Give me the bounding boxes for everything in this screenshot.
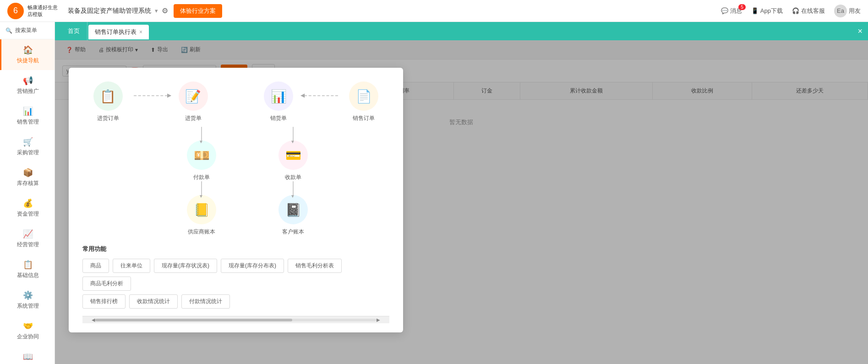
sidebar-item-marketing[interactable]: 📢 营销推广 <box>0 70 55 101</box>
avatar: Ea <box>834 5 847 17</box>
sales-icon: 📊 <box>264 81 293 111</box>
sales-order-label: 销售订单 <box>353 114 375 122</box>
top-header: 6 畅康通好生意店橙版 装备及固定资产辅助管理系统 ▾ ⚙ 体验行业方案 💬 消… <box>0 0 868 22</box>
sidebar-item-sales[interactable]: 📊 销售管理 <box>0 101 55 131</box>
func-buttons-row2: 销售排行榜 收款情况统计 付款情况统计 <box>82 294 389 309</box>
receipt-label: 收款单 <box>285 174 301 181</box>
download-icon: 📱 <box>751 7 759 14</box>
scroll-left-icon[interactable]: ◀ <box>92 317 95 322</box>
sidebar-item-inventory[interactable]: 📦 库存核算 <box>0 162 55 193</box>
search-menu[interactable]: 🔍 搜索菜单 <box>0 22 55 39</box>
func-btn-partners[interactable]: 往来单位 <box>113 259 150 273</box>
customer-ledger-icon: 📓 <box>278 195 308 224</box>
common-functions-title: 常用功能 <box>82 245 389 253</box>
func-btn-stock-status[interactable]: 现存量(库存状况表) <box>154 259 217 273</box>
message-icon: 💬 <box>721 7 728 14</box>
sidebar-item-operation[interactable]: 📈 经营管理 <box>0 223 55 254</box>
page-area: ❓ 帮助 🖨 按模板打印 ▾ ⬆ 导出 🔄 刷新 <box>55 40 868 364</box>
app-title-area: 装备及固定资产辅助管理系统 ▾ ⚙ <box>68 6 168 15</box>
main-content: 🔍 搜索菜单 🏠 快捷导航 📢 营销推广 📊 销售管理 🛒 采购管理 📦 <box>0 22 868 364</box>
func-btn-goods-profit[interactable]: 商品毛利分析 <box>82 277 131 291</box>
trial-button[interactable]: 体验行业方案 <box>174 4 222 18</box>
func-btn-goods[interactable]: 商品 <box>82 259 109 273</box>
receipt-icon: 💳 <box>278 141 308 170</box>
purchase-order-node[interactable]: 📋 进货订单 <box>82 81 134 122</box>
purchase-label: 进货单 <box>185 114 202 122</box>
payment-node[interactable]: 💴 付款单 <box>174 141 229 181</box>
sidebar-item-quick-nav[interactable]: 🏠 快捷导航 <box>0 39 55 70</box>
marketing-icon: 📢 <box>23 76 33 86</box>
app-download-button[interactable]: 📱 App下载 <box>751 7 783 15</box>
tab-close-icon[interactable]: × <box>139 29 142 35</box>
receipt-node[interactable]: 💳 收款单 <box>266 141 321 181</box>
sidebar-item-finance[interactable]: 💰 资金管理 <box>0 193 55 223</box>
supplier-ledger-node[interactable]: 📒 供应商账本 <box>174 195 229 236</box>
func-btn-receipt-stat[interactable]: 收款情况统计 <box>129 294 178 309</box>
collab-icon: 🤝 <box>23 321 33 331</box>
tab-bar-close-icon[interactable]: × <box>857 27 863 36</box>
func-btn-stock-dist[interactable]: 现存量(库存分布表) <box>221 259 284 273</box>
user-menu[interactable]: Ea 用友 <box>834 5 861 17</box>
purchase-node[interactable]: 📝 进货单 <box>168 81 219 122</box>
purchase-icon: 📝 <box>179 81 208 111</box>
system-icon: ⚙️ <box>23 290 33 300</box>
gear-icon[interactable]: ⚙ <box>162 6 168 15</box>
supplier-ledger-icon: 📒 <box>187 195 216 224</box>
chevron-down-icon[interactable]: ▾ <box>155 7 158 14</box>
quick-nav-popup: 📋 进货订单 ▶ <box>69 68 403 332</box>
supplier-ledger-label: 供应商账本 <box>188 228 215 236</box>
base-icon: 📋 <box>23 260 33 270</box>
message-badge: 5 <box>738 4 746 10</box>
sales-label: 销货单 <box>270 114 287 122</box>
app-title: 装备及固定资产辅助管理系统 <box>68 7 151 15</box>
finance-icon: 💰 <box>23 198 33 208</box>
home-icon: 🏠 <box>23 45 33 55</box>
logo-text: 畅康通好生意店橙版 <box>27 4 58 17</box>
sidebar-item-collab[interactable]: 🤝 企业协同 <box>0 315 55 346</box>
func-btn-sales-profit[interactable]: 销售毛利分析表 <box>288 259 342 273</box>
payment-icon: 💴 <box>187 141 216 170</box>
sales-order-node[interactable]: 📄 销售订单 <box>338 81 389 122</box>
tab-bar: 首页 销售订单执行表 × × <box>55 22 868 40</box>
func-btn-sales-rank[interactable]: 销售排行榜 <box>82 294 126 309</box>
purchase-icon: 🛒 <box>23 137 33 147</box>
operation-icon: 📈 <box>23 229 33 239</box>
logo-icon: 6 <box>7 3 24 19</box>
guide-icon: 📖 <box>23 352 33 362</box>
func-buttons-row1: 商品 往来单位 现存量(库存状况表) 现存量(库存分布表) 销售毛利分析表 商品… <box>82 259 389 291</box>
overlay[interactable]: 📋 进货订单 ▶ <box>55 40 868 364</box>
purchase-order-icon: 📋 <box>93 81 123 111</box>
message-button[interactable]: 💬 消息 5 <box>721 7 742 15</box>
scroll-thumb <box>95 319 292 321</box>
tab-home[interactable]: 首页 <box>60 22 87 40</box>
purchase-order-label: 进货订单 <box>97 114 119 122</box>
inventory-icon: 📦 <box>23 168 33 178</box>
logo-area: 6 畅康通好生意店橙版 <box>7 3 62 19</box>
sidebar: 🔍 搜索菜单 🏠 快捷导航 📢 营销推广 📊 销售管理 🛒 采购管理 📦 <box>0 22 55 364</box>
sidebar-item-purchase[interactable]: 🛒 采购管理 <box>0 131 55 162</box>
func-btn-payment-stat[interactable]: 付款情况统计 <box>181 294 230 309</box>
sidebar-item-base[interactable]: 📋 基础信息 <box>0 254 55 285</box>
header-right: 💬 消息 5 📱 App下载 🎧 在线客服 Ea 用友 <box>721 5 861 17</box>
customer-ledger-label: 客户账本 <box>282 228 304 236</box>
sales-icon: 📊 <box>23 106 33 116</box>
scroll-track[interactable] <box>95 319 377 321</box>
search-icon: 🔍 <box>5 27 12 34</box>
sales-order-icon: 📄 <box>349 81 378 111</box>
sidebar-item-guide[interactable]: 📖 新手引导 <box>0 346 55 364</box>
tab-sales-order-exec[interactable]: 销售订单执行表 × <box>88 25 149 39</box>
payment-label: 付款单 <box>193 174 210 181</box>
scroll-bar[interactable]: ◀ ▶ <box>82 316 389 323</box>
headset-icon: 🎧 <box>792 7 799 14</box>
sales-node[interactable]: 📊 销货单 <box>253 81 304 122</box>
customer-ledger-node[interactable]: 📓 客户账本 <box>266 195 321 236</box>
online-service-button[interactable]: 🎧 在线客服 <box>792 7 825 15</box>
sidebar-item-system[interactable]: ⚙️ 系统管理 <box>0 285 55 315</box>
common-functions: 常用功能 商品 往来单位 现存量(库存状况表) 现存量(库存分布表) 销售毛利分… <box>82 245 389 309</box>
scroll-right-icon[interactable]: ▶ <box>377 317 380 322</box>
